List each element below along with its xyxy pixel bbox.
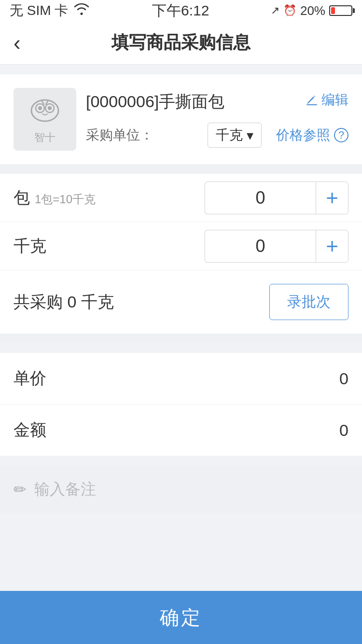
unit-price-label: 单价 (14, 367, 46, 390)
kg-input-group: + (205, 230, 348, 263)
product-info: [0000006]手撕面包 编辑 采购单位： 千克 ▾ 价格参照 ? (86, 91, 348, 148)
form-row-kg: 千克 + (0, 222, 362, 270)
bag-label: 包 1包=10千克 (14, 187, 96, 209)
product-image: 智十 (14, 88, 76, 151)
svg-rect-5 (306, 104, 317, 105)
price-ref-button[interactable]: 价格参照 ? (276, 126, 348, 144)
form-row-bag: 包 1包=10千克 + (0, 174, 362, 222)
amount-value: 0 (339, 421, 348, 440)
nav-bar: ‹ 填写商品采购信息 (0, 21, 362, 65)
product-header: [0000006]手撕面包 编辑 (86, 91, 348, 113)
status-bar: 无 SIM 卡 下午6:12 ↗ ⏰ 20% (0, 0, 362, 21)
kg-plus-button[interactable]: + (316, 230, 348, 263)
batch-button[interactable]: 录批次 (269, 284, 348, 320)
bag-input-group: + (205, 182, 348, 214)
status-left: 无 SIM 卡 (10, 1, 90, 20)
bag-plus-button[interactable]: + (316, 182, 348, 214)
price-section: 单价 0 金额 0 (0, 353, 362, 456)
remark-section[interactable]: ✏ 输入备注 (0, 465, 362, 514)
svg-point-3 (38, 106, 42, 110)
summary-row: 共采购 0 千克 录批次 (0, 270, 362, 334)
confirm-button[interactable]: 确定 (0, 591, 362, 644)
edit-button[interactable]: 编辑 (305, 91, 348, 109)
svg-point-0 (31, 100, 58, 121)
unit-price-row: 单价 0 (0, 353, 362, 405)
product-logo-icon (26, 94, 64, 128)
battery-icon (329, 5, 352, 16)
back-button[interactable]: ‹ (14, 32, 21, 54)
svg-point-4 (48, 106, 52, 110)
wifi-icon (73, 3, 90, 19)
remark-placeholder: 输入备注 (34, 479, 96, 500)
amount-row: 金额 0 (0, 405, 362, 456)
product-unit-row: 采购单位： 千克 ▾ 价格参照 ? (86, 123, 348, 148)
alarm-icon: ⏰ (283, 4, 296, 17)
product-section: 智十 [0000006]手撕面包 编辑 采购单位： 千克 ▾ (0, 74, 362, 164)
battery-percent: 20% (300, 3, 325, 18)
status-right: ↗ ⏰ 20% (271, 3, 352, 18)
location-icon: ↗ (271, 4, 279, 17)
bag-sublabel: 1包=10千克 (35, 192, 96, 207)
unit-price-value: 0 (339, 369, 348, 388)
kg-label: 千克 (14, 235, 46, 257)
status-time: 下午6:12 (152, 1, 209, 21)
divider-2 (0, 334, 362, 343)
form-section: 包 1包=10千克 + 千克 + 共采购 0 千克 录批次 (0, 174, 362, 334)
dropdown-icon: ▾ (247, 127, 253, 143)
unit-select[interactable]: 千克 ▾ (208, 123, 262, 148)
info-icon: ? (334, 128, 348, 142)
amount-label: 金额 (14, 419, 46, 441)
page-title: 填写商品采购信息 (111, 31, 251, 55)
no-sim-text: 无 SIM 卡 (10, 1, 68, 20)
unit-label: 采购单位： (86, 126, 153, 144)
pencil-icon: ✏ (14, 480, 27, 499)
summary-text: 共采购 0 千克 (14, 291, 114, 313)
kg-quantity-input[interactable] (205, 230, 316, 263)
product-name: [0000006]手撕面包 (86, 91, 224, 113)
bag-quantity-input[interactable] (205, 182, 316, 214)
divider-1 (0, 164, 362, 174)
product-image-label: 智十 (34, 130, 56, 145)
